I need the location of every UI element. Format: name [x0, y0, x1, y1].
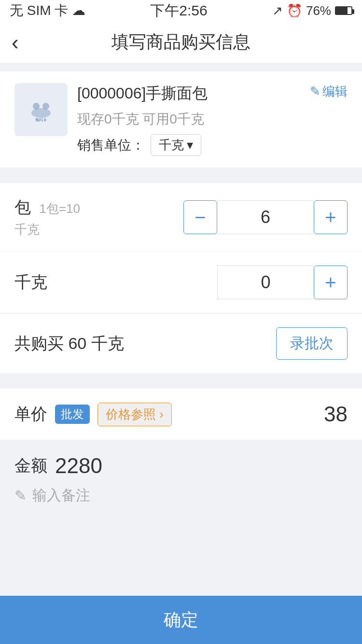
- status-time: 下午2:56: [150, 1, 207, 21]
- batch-tag: 批发: [55, 405, 90, 424]
- chevron-down-icon: ▾: [187, 138, 193, 153]
- divider-2: [0, 373, 362, 381]
- confirm-label: 确定: [164, 608, 198, 632]
- unit-dropdown[interactable]: 千克 ▾: [151, 134, 201, 156]
- svg-text:智计: 智计: [35, 117, 47, 122]
- bag-label: 包 1包=10千克: [14, 196, 82, 238]
- price-section: 单价 批发 价格参照 › 38: [0, 389, 362, 440]
- product-info: [0000006]手撕面包 ✎ 编辑 现存0千克 可用0千克 销售单位： 千克 …: [77, 83, 348, 156]
- price-label: 单价: [14, 403, 47, 425]
- back-button[interactable]: ‹: [12, 32, 19, 53]
- batch-button[interactable]: 录批次: [276, 327, 348, 360]
- kg-increase-button[interactable]: +: [314, 266, 348, 299]
- kg-label: 千克: [14, 271, 82, 294]
- product-unit-row: 销售单位： 千克 ▾: [77, 134, 348, 156]
- kg-input-controls: +: [217, 266, 348, 299]
- confirm-bar[interactable]: 确定: [0, 596, 362, 644]
- total-label: 共购买 60 千克: [14, 333, 124, 355]
- edit-button[interactable]: ✎ 编辑: [310, 83, 348, 100]
- product-card: 智计 [0000006]手撕面包 ✎ 编辑 现存0千克 可用0千克 销售单位： …: [0, 71, 362, 168]
- svg-point-2: [31, 108, 51, 118]
- unit-value: 千克: [159, 137, 184, 154]
- bag-increase-button[interactable]: +: [314, 200, 348, 234]
- bag-input-controls: − +: [183, 200, 348, 234]
- amount-section: 金额 2280 ✎ 输入备注: [0, 440, 362, 515]
- bag-quantity-input[interactable]: [217, 200, 314, 234]
- edit-icon: ✎: [310, 84, 320, 99]
- divider-1: [0, 168, 362, 175]
- bag-input-row: 包 1包=10千克 − +: [0, 183, 362, 252]
- nav-bar: ‹ 填写商品购买信息: [0, 21, 362, 64]
- status-left: 无 SIM 卡 ☁: [10, 1, 85, 20]
- price-reference-button[interactable]: 价格参照 ›: [97, 403, 172, 426]
- unit-label: 销售单位：: [77, 136, 145, 154]
- amount-row: 金额 2280: [14, 454, 348, 478]
- battery-text: 76%: [306, 3, 331, 18]
- product-stock: 现存0千克 可用0千克: [77, 110, 348, 128]
- bag-decrease-button[interactable]: −: [183, 200, 217, 234]
- status-bar: 无 SIM 卡 ☁ 下午2:56 ↗ ⏰ 76%: [0, 0, 362, 21]
- edit-label: 编辑: [322, 83, 348, 100]
- product-image: 智计: [14, 83, 68, 136]
- remark-row[interactable]: ✎ 输入备注: [14, 486, 348, 505]
- amount-value: 2280: [55, 454, 102, 478]
- pencil-icon: ✎: [14, 487, 27, 504]
- product-name: [0000006]手撕面包: [77, 83, 208, 104]
- alarm-icon: ⏰: [287, 3, 302, 18]
- amount-label: 金额: [14, 455, 47, 477]
- price-value: 38: [324, 402, 348, 426]
- price-left: 单价 批发 价格参照 ›: [14, 403, 172, 426]
- location-icon: ↗: [272, 3, 283, 18]
- total-row: 共购买 60 千克 录批次: [0, 313, 362, 373]
- quantity-section: 包 1包=10千克 − + 千克 + 共购买 60 千克 录批次: [0, 183, 362, 373]
- kg-input-row: 千克 +: [0, 252, 362, 313]
- remark-placeholder: 输入备注: [32, 486, 90, 505]
- battery-icon: [335, 6, 352, 15]
- no-sim-text: 无 SIM 卡 ☁: [10, 1, 85, 20]
- page-title: 填写商品购买信息: [111, 30, 251, 54]
- kg-quantity-input[interactable]: [217, 266, 314, 299]
- status-right: ↗ ⏰ 76%: [272, 3, 352, 18]
